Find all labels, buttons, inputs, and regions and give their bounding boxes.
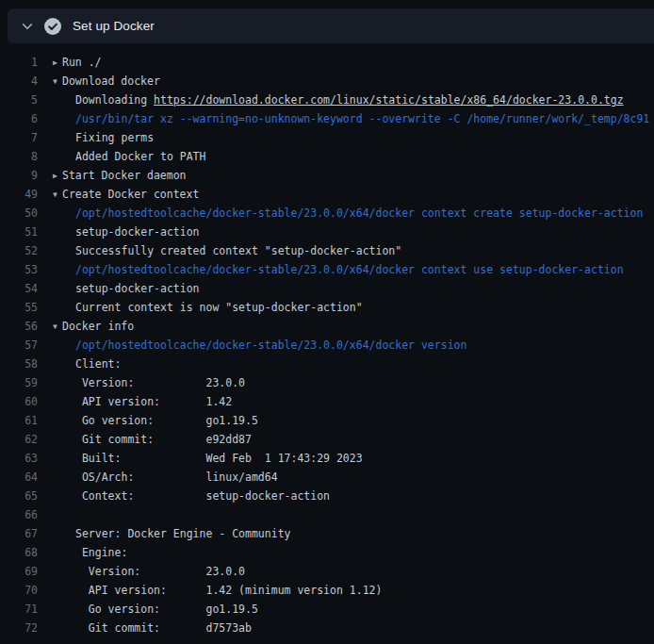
line-number[interactable]: 55	[0, 298, 38, 317]
log-line[interactable]: 9▶Start Docker daemon	[0, 166, 654, 185]
group-expand-icon[interactable]: ▶	[53, 167, 62, 186]
line-number[interactable]: 56	[0, 317, 38, 336]
line-content: /opt/hostedtoolcache/docker-stable/23.0.…	[38, 204, 643, 223]
line-content: Fixing perms	[38, 128, 154, 147]
line-number[interactable]: 58	[0, 355, 38, 373]
line-number[interactable]: 65	[0, 487, 38, 505]
command-text: /opt/hostedtoolcache/docker-stable/23.0.…	[75, 339, 466, 352]
group-title: Run ./	[62, 56, 102, 69]
log-line: 62 Git commit: e92dd87	[0, 430, 654, 449]
group-title: Start Docker daemon	[62, 169, 187, 182]
command-text: /opt/hostedtoolcache/docker-stable/23.0.…	[75, 206, 643, 220]
line-number[interactable]: 54	[0, 279, 38, 298]
group-title: Docker info	[62, 320, 134, 333]
line-content: Added Docker to PATH	[38, 147, 205, 166]
log-url-link[interactable]: https://download.docker.com/linux/static…	[154, 93, 624, 107]
line-number[interactable]: 49	[0, 185, 38, 204]
line-number[interactable]: 8	[0, 147, 38, 166]
line-content: ▼Download docker	[38, 72, 160, 91]
group-expand-icon[interactable]: ▶	[53, 54, 62, 73]
line-content: Git commit: d7573ab	[38, 619, 252, 637]
log-line: 55Current context is now "setup-docker-a…	[0, 298, 654, 317]
log-line: 61 Go version: go1.19.5	[0, 411, 654, 430]
line-number[interactable]: 64	[0, 468, 38, 487]
line-number[interactable]: 60	[0, 392, 38, 411]
line-content: /opt/hostedtoolcache/docker-stable/23.0.…	[38, 260, 624, 279]
line-content: ▶Run ./	[38, 53, 102, 72]
line-number[interactable]: 70	[0, 581, 38, 600]
chevron-down-icon[interactable]	[21, 20, 34, 33]
line-number[interactable]: 63	[0, 449, 38, 468]
line-number[interactable]: 4	[0, 72, 38, 91]
log-line: 57/opt/hostedtoolcache/docker-stable/23.…	[0, 336, 654, 355]
log-line: 5Downloading https://download.docker.com…	[0, 91, 654, 109]
log-line[interactable]: 49▼Create Docker context	[0, 185, 654, 204]
group-title: Create Docker context	[62, 188, 199, 201]
log-line: 60 API version: 1.42	[0, 392, 654, 411]
log-line: 71 Go version: go1.19.5	[0, 600, 654, 619]
line-number[interactable]: 50	[0, 204, 38, 223]
line-content: Built: Wed Feb 1 17:43:29 2023	[38, 449, 363, 468]
line-number[interactable]: 7	[0, 128, 38, 147]
line-number[interactable]: 62	[0, 430, 38, 449]
line-number[interactable]: 9	[0, 166, 38, 185]
line-number[interactable]: 67	[0, 524, 38, 543]
actions-log-viewer: Set up Docker 1▶Run ./4▼Download docker5…	[0, 0, 654, 644]
group-collapse-icon[interactable]: ▼	[53, 318, 62, 337]
log-line: 65 Context: setup-docker-action	[0, 487, 654, 505]
log-line: 8Added Docker to PATH	[0, 147, 654, 166]
log-line[interactable]: 56▼Docker info	[0, 317, 654, 336]
log-line: 52Successfully created context "setup-do…	[0, 241, 654, 260]
command-text: /opt/hostedtoolcache/docker-stable/23.0.…	[75, 263, 624, 276]
line-number[interactable]: 1	[0, 53, 38, 72]
log-line: 6/usr/bin/tar xz --warning=no-unknown-ke…	[0, 109, 654, 128]
line-content: Git commit: e92dd87	[38, 430, 252, 449]
line-number[interactable]: 6	[0, 109, 38, 128]
line-number[interactable]: 68	[0, 543, 38, 562]
line-content: Server: Docker Engine - Community	[38, 524, 290, 543]
line-number[interactable]: 52	[0, 241, 38, 260]
log-line: 64 OS/Arch: linux/amd64	[0, 468, 654, 487]
line-number[interactable]: 53	[0, 260, 38, 279]
line-content: OS/Arch: linux/amd64	[38, 468, 278, 487]
step-title: Set up Docker	[73, 19, 155, 33]
line-content: ▼Create Docker context	[38, 185, 199, 204]
line-content: ▼Docker info	[38, 317, 134, 336]
log-line[interactable]: 4▼Download docker	[0, 72, 654, 91]
log-line: 66	[0, 505, 654, 524]
log-line: 54setup-docker-action	[0, 279, 654, 298]
line-content: Version: 23.0.0	[38, 373, 245, 392]
line-number[interactable]: 69	[0, 562, 38, 581]
log-line: 67Server: Docker Engine - Community	[0, 524, 654, 543]
line-content	[38, 505, 75, 524]
log-line[interactable]: 1▶Run ./	[0, 53, 654, 72]
line-content: Successfully created context "setup-dock…	[38, 241, 401, 260]
log-line: 72 Git commit: d7573ab	[0, 619, 654, 637]
command-text: /usr/bin/tar xz --warning=no-unknown-key…	[75, 112, 649, 125]
line-number[interactable]: 57	[0, 336, 38, 355]
group-collapse-icon[interactable]: ▼	[53, 73, 62, 91]
line-number[interactable]: 59	[0, 373, 38, 392]
group-collapse-icon[interactable]: ▼	[53, 186, 62, 205]
step-header[interactable]: Set up Docker	[8, 8, 654, 43]
log-line: 51setup-docker-action	[0, 223, 654, 241]
line-content: Go version: go1.19.5	[38, 600, 258, 619]
line-content: Current context is now "setup-docker-act…	[38, 298, 363, 317]
line-content: setup-docker-action	[38, 223, 200, 241]
log-line: 7Fixing perms	[0, 128, 654, 147]
line-content: Client:	[38, 355, 121, 373]
group-title: Download docker	[62, 74, 160, 88]
line-content: Context: setup-docker-action	[38, 487, 330, 505]
line-number[interactable]: 71	[0, 600, 38, 619]
log-line: 70 API version: 1.42 (minimum version 1.…	[0, 581, 654, 600]
line-number[interactable]: 66	[0, 505, 38, 524]
log-line: 53/opt/hostedtoolcache/docker-stable/23.…	[0, 260, 654, 279]
line-number[interactable]: 5	[0, 91, 38, 109]
line-content: Downloading https://download.docker.com/…	[38, 91, 624, 109]
line-content: Go version: go1.19.5	[38, 411, 258, 430]
log-line: 59 Version: 23.0.0	[0, 373, 654, 392]
line-number[interactable]: 61	[0, 411, 38, 430]
line-content: setup-docker-action	[38, 279, 200, 298]
line-number[interactable]: 51	[0, 223, 38, 241]
line-number[interactable]: 72	[0, 619, 38, 637]
